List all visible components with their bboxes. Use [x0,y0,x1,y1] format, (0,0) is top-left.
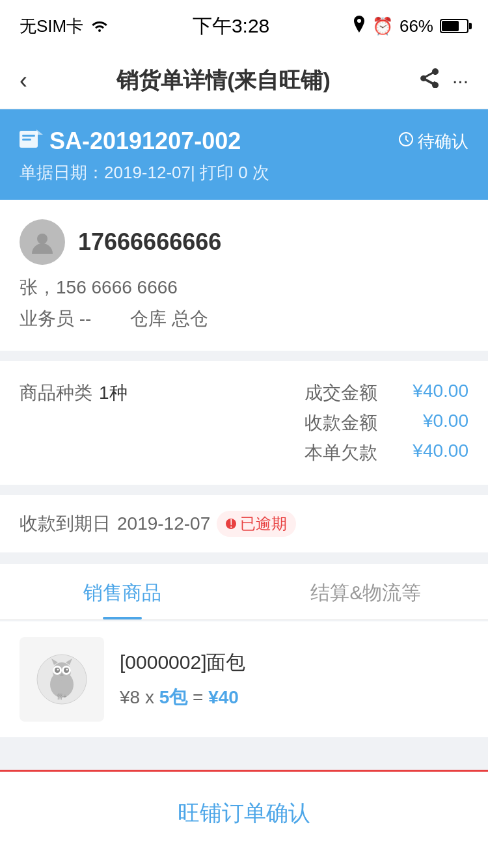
summary-card: 商品种类 1种 成交金额 ¥40.00 收款金额 ¥0.00 本单欠款 ¥40.… [0,361,488,485]
product-thumbnail: 督+ [20,637,104,722]
overdue-dot: ! [226,519,236,529]
amount-row-1: 收款金额 ¥0.00 [305,411,468,435]
product-price: ¥8 x 5包 = ¥40 [120,685,468,710]
status-bar: 无SIM卡 下午3:28 ⏰ 66% [0,0,488,52]
divider-3 [0,552,488,563]
order-id: SA-20191207-002 [20,128,241,155]
page-title: 销货单详情(来自旺铺) [116,66,331,96]
share-icon[interactable] [420,68,439,92]
product-name: [0000002]面包 [120,649,468,676]
status-right: ⏰ 66% [353,16,468,37]
warehouse-label: 仓库 总仓 [130,306,208,331]
due-date-value: 2019-12-07 [117,513,210,534]
summary-right: 成交金额 ¥40.00 收款金额 ¥0.00 本单欠款 ¥40.00 [305,381,468,465]
more-icon[interactable]: ··· [452,70,468,92]
amount-row-2: 本单欠款 ¥40.00 [305,441,468,465]
staff-label: 业务员 -- [20,306,91,331]
location-icon [353,16,366,37]
nav-bar: ‹ 销货单详情(来自旺铺) ··· [0,52,488,109]
avatar [20,219,65,265]
summary-left: 商品种类 1种 [20,381,128,405]
customer-card: 17666666666 张，156 6666 6666 业务员 -- 仓库 总仓 [0,200,488,351]
order-status: 待确认 [398,130,468,153]
due-date-label: 收款到期日 [20,511,111,536]
wifi-icon [90,16,109,36]
product-card: 督+ [0000002]面包 ¥8 x 5包 = ¥40 [0,621,488,737]
svg-point-12 [57,669,59,671]
battery-percent: 66% [400,16,433,36]
status-left: 无SIM卡 [20,15,109,38]
svg-point-4 [37,234,47,244]
divider-2 [0,485,488,495]
svg-rect-2 [22,139,31,141]
divider-1 [0,351,488,361]
tabs-bar: 销售商品 结算&物流等 [0,564,488,620]
status-time: 下午3:28 [193,13,269,40]
order-date: 单据日期：2019-12-07| 打印 0 次 [20,161,468,184]
clock-icon [398,131,414,152]
due-date-card: 收款到期日 2019-12-07 ! 已逾期 [0,495,488,552]
confirm-order-button[interactable]: 旺铺订单确认 [20,785,468,842]
product-info: [0000002]面包 ¥8 x 5包 = ¥40 [120,649,468,710]
svg-rect-1 [22,135,35,137]
svg-text:督+: 督+ [57,693,67,700]
battery-icon [440,19,468,33]
summary-row: 商品种类 1种 成交金额 ¥40.00 收款金额 ¥0.00 本单欠款 ¥40.… [20,381,468,465]
customer-details: 张，156 6666 6666 [20,275,468,300]
customer-phone: 17666666666 [78,228,221,256]
tab-settlement[interactable]: 结算&物流等 [244,564,488,619]
amount-row-0: 成交金额 ¥40.00 [305,381,468,405]
tab-products[interactable]: 销售商品 [0,564,244,619]
overdue-badge: ! 已逾期 [217,511,296,537]
bottom-button-wrap: 旺铺订单确认 [0,770,488,868]
svg-point-13 [66,669,68,671]
order-header-top: SA-20191207-002 待确认 [20,128,468,155]
customer-meta: 业务员 -- 仓库 总仓 [20,306,468,331]
carrier-label: 无SIM卡 [20,15,83,38]
customer-top: 17666666666 [20,219,468,265]
order-header: SA-20191207-002 待确认 单据日期：2019-12-07| 打印 … [0,109,488,200]
overdue-text: 已逾期 [240,513,287,534]
nav-actions: ··· [420,68,468,92]
alarm-icon: ⏰ [372,16,393,36]
owl-logo-icon: 督+ [36,653,88,705]
order-icon [20,128,43,155]
back-button[interactable]: ‹ [20,67,27,94]
